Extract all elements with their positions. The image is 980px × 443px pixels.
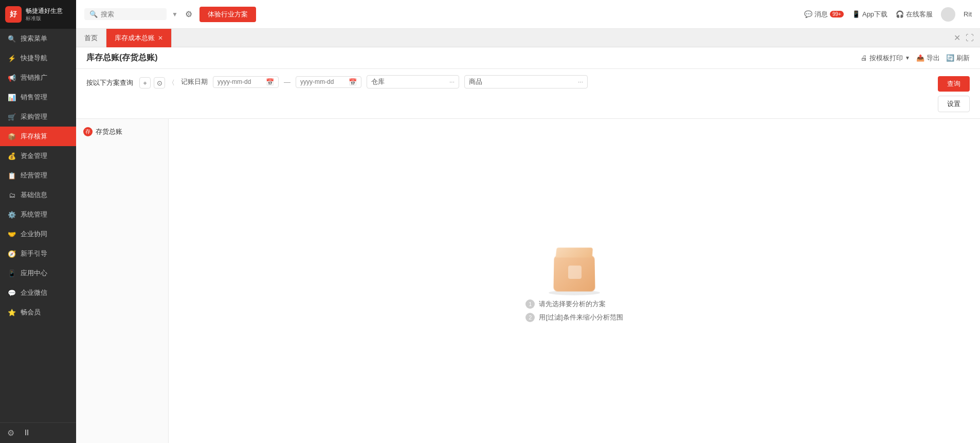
sidebar-item-wechat[interactable]: 💬 企业微信	[0, 283, 76, 303]
print-chevron-icon: ▼	[905, 55, 910, 61]
sidebar-item-sales[interactable]: 📊 销售管理	[0, 87, 76, 107]
sidebar-item-system[interactable]: ⚙️ 系统管理	[0, 205, 76, 224]
print-label: 按模板打印	[869, 54, 903, 63]
marketing-icon: 📢	[7, 73, 16, 82]
empty-state: 1 请先选择要分析的方案 2 用[过滤]条件来缩小分析范围	[525, 240, 623, 322]
search-chevron-icon[interactable]: ▼	[172, 11, 178, 18]
app-download-btn[interactable]: 📱 App下载	[852, 10, 887, 19]
sidebar-item-search[interactable]: 🔍 搜索菜单	[0, 29, 76, 48]
calendar-end-icon[interactable]: 📅	[349, 78, 357, 86]
topbar-search-wrap[interactable]: 🔍	[84, 8, 167, 20]
sound-bottom-icon[interactable]: ⏸	[23, 428, 31, 438]
logo-sub: 标准版	[26, 15, 63, 22]
app-download-label: App下载	[862, 10, 887, 19]
settings-bottom-icon[interactable]: ⚙	[7, 428, 14, 438]
filter-add-btn[interactable]: +	[139, 77, 151, 88]
topbar-right: 💬 消息 99+ 📱 App下载 🎧 在线客服 Rit	[804, 7, 972, 22]
messages-badge: 99+	[830, 11, 844, 17]
sidebar-item-purchase[interactable]: 🛒 采购管理	[0, 107, 76, 127]
sidebar-scroll: 🔍 搜索菜单 ⚡ 快捷导航 📢 营销推广 📊 销售管理 🛒 采购管理 📦 库存核…	[0, 29, 76, 422]
export-icon: 📤	[916, 54, 924, 62]
page-title: 库存总账(存货总账)	[86, 52, 158, 63]
filter-label: 按以下方案查询	[86, 75, 133, 87]
scheme-item-icon: 存	[83, 127, 93, 136]
search-input[interactable]	[101, 10, 152, 18]
sidebar-item-label: 营销推广	[21, 73, 47, 82]
tip-num-1: 1	[525, 299, 535, 309]
scheme-item-inventory[interactable]: 存 存货总账	[76, 123, 168, 140]
refresh-btn[interactable]: 🔄 刷新	[946, 54, 970, 63]
print-btn[interactable]: 🖨 按模板打印 ▼	[861, 54, 910, 63]
print-icon: 🖨	[861, 54, 867, 62]
topbar-gear-icon[interactable]: ⚙	[185, 9, 192, 19]
date-field-label: 记账日期	[181, 77, 208, 86]
phone-icon: 📱	[852, 10, 860, 18]
date-end-input[interactable]	[300, 78, 347, 85]
filter-fields: 记账日期 📅 — 📅 仓库 ···	[181, 75, 932, 88]
date-start-wrap[interactable]: 📅	[213, 76, 279, 88]
sidebar-item-appcenter[interactable]: 📱 应用中心	[0, 263, 76, 283]
trial-button[interactable]: 体验行业方案	[199, 7, 256, 22]
wechat-icon: 💬	[7, 288, 16, 297]
online-service-btn[interactable]: 🎧 在线客服	[896, 10, 933, 19]
sidebar-item-marketing[interactable]: 📢 营销推广	[0, 68, 76, 87]
vip-icon: ⭐	[7, 308, 16, 317]
empty-box	[553, 256, 595, 292]
filter-right-actions: 查询 设置	[938, 75, 970, 112]
inventory-icon: 📦	[7, 132, 16, 141]
online-service-label: 在线客服	[906, 10, 933, 19]
sidebar-item-cooperation[interactable]: 🤝 企业协同	[0, 224, 76, 244]
sidebar-item-quicknav[interactable]: ⚡ 快捷导航	[0, 48, 76, 68]
finance-icon: 💰	[7, 151, 16, 161]
sidebar-item-basic[interactable]: 🗂 基础信息	[0, 185, 76, 205]
sidebar-item-label: 畅会员	[21, 308, 41, 317]
main-body: 1 请先选择要分析的方案 2 用[过滤]条件来缩小分析范围	[169, 119, 980, 443]
tab-close-icon[interactable]: ✕	[158, 34, 163, 42]
appcenter-icon: 📱	[7, 269, 16, 278]
calendar-start-icon[interactable]: 📅	[266, 78, 274, 86]
panel-close-icon[interactable]: ✕	[954, 33, 960, 43]
sidebar-item-guide[interactable]: 🧭 新手引导	[0, 244, 76, 263]
main-area: 🔍 ▼ ⚙ 体验行业方案 💬 消息 99+ 📱 App下载 🎧 在线客服 Rit	[76, 0, 980, 443]
empty-face	[568, 265, 582, 279]
tab-home[interactable]: 首页	[76, 29, 106, 47]
filter-area: 按以下方案查询 + ⊙ 〈 记账日期 📅 — 📅	[76, 69, 980, 119]
guide-icon: 🧭	[7, 249, 16, 258]
filter-settings-btn[interactable]: ⊙	[154, 77, 165, 88]
warehouse-more-icon[interactable]: ···	[449, 78, 455, 85]
sidebar-item-label: 搜索菜单	[21, 34, 47, 43]
sidebar-item-label: 资金管理	[21, 151, 47, 161]
sidebar-item-label: 企业微信	[21, 288, 47, 297]
filter-settings-btn-right[interactable]: 设置	[938, 96, 970, 112]
empty-tips: 1 请先选择要分析的方案 2 用[过滤]条件来缩小分析范围	[525, 299, 623, 322]
purchase-icon: 🛒	[7, 112, 16, 121]
sidebar-item-label: 库存核算	[21, 132, 47, 141]
date-end-wrap[interactable]: 📅	[296, 76, 361, 88]
panel-expand-icon[interactable]: ⛶	[966, 33, 974, 43]
cooperation-icon: 🤝	[7, 229, 16, 239]
sidebar-item-label: 新手引导	[21, 249, 47, 258]
date-start-input[interactable]	[217, 78, 264, 85]
tip-num-2: 2	[525, 313, 535, 322]
product-label: 商品	[469, 77, 576, 86]
warehouse-select[interactable]: 仓库 ···	[367, 75, 459, 88]
quicknav-icon: ⚡	[7, 54, 16, 63]
sidebar-item-label: 采购管理	[21, 112, 47, 121]
filter-collapse-btn[interactable]: 〈	[168, 78, 175, 87]
sidebar-item-operation[interactable]: 📋 经营管理	[0, 166, 76, 185]
refresh-label: 刷新	[956, 54, 970, 63]
sidebar-item-finance[interactable]: 💰 资金管理	[0, 146, 76, 166]
product-select[interactable]: 商品 ···	[464, 75, 588, 88]
tab-inventory-ledger[interactable]: 库存成本总账 ✕	[106, 29, 172, 47]
date-separator: —	[284, 78, 291, 86]
messages-btn[interactable]: 💬 消息 99+	[804, 10, 844, 19]
sidebar-item-label: 经营管理	[21, 171, 47, 180]
query-btn[interactable]: 查询	[938, 76, 970, 92]
product-more-icon[interactable]: ···	[578, 78, 583, 85]
filter-row-date: 记账日期 📅 — 📅	[181, 76, 361, 88]
export-btn[interactable]: 📤 导出	[916, 54, 940, 63]
sidebar-item-vip[interactable]: ⭐ 畅会员	[0, 303, 76, 322]
content-body: 存 存货总账 1 请先	[76, 119, 980, 443]
sidebar-item-inventory[interactable]: 📦 库存核算	[0, 127, 76, 146]
operation-icon: 📋	[7, 171, 16, 180]
